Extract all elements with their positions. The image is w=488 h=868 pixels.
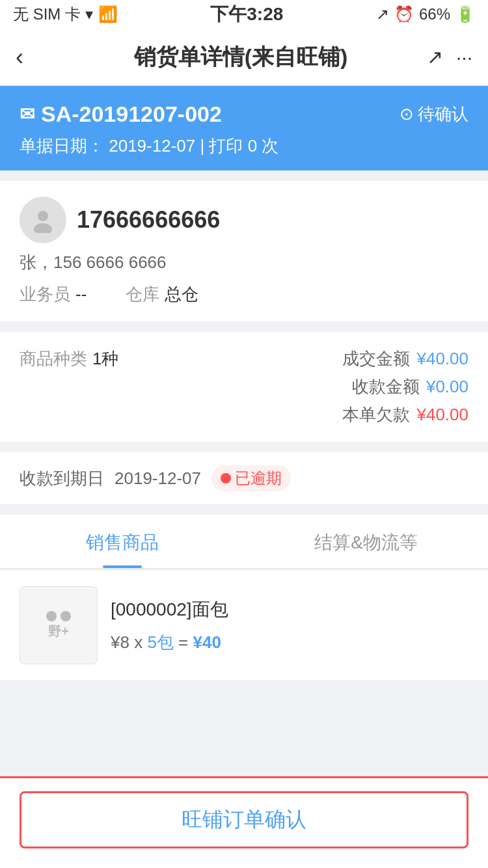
amount-label: 成交金额 — [342, 347, 410, 370]
owl-eye-right — [61, 611, 71, 621]
product-info: [0000002]面包 ¥8 x 5包 = ¥40 — [111, 597, 468, 654]
tab-settlement[interactable]: 结算&物流等 — [244, 515, 488, 568]
amount-item: 成交金额 ¥40.00 — [342, 347, 468, 370]
salesperson-item: 业务员 -- — [20, 283, 87, 306]
product-item: 野+ [0000002]面包 ¥8 x 5包 = ¥40 — [0, 571, 488, 680]
owed-label: 本单欠款 — [342, 403, 410, 426]
warehouse-item: 仓库 总仓 — [126, 283, 198, 306]
battery-level: 66% — [419, 5, 450, 23]
avatar — [20, 197, 66, 243]
customer-card: 17666666666 张，156 6666 6666 业务员 -- 仓库 总仓 — [0, 181, 488, 321]
battery-icon: 🔋 — [455, 5, 475, 23]
share-icon[interactable]: ↗ — [427, 46, 443, 68]
nav-actions: ↗ ··· — [427, 46, 472, 68]
status-right: ↗ ⏰ 66% 🔋 — [376, 5, 475, 23]
date-label: 单据日期： — [20, 136, 104, 156]
order-icon: ✉ — [20, 103, 34, 125]
category-info: 商品种类 1种 — [20, 347, 118, 370]
salesperson-label: 业务员 — [20, 283, 70, 306]
quantity: 5包 — [147, 632, 173, 652]
due-label: 收款到期日 — [20, 467, 104, 490]
time-display: 下午3:28 — [210, 2, 283, 27]
order-number: ✉ SA-20191207-002 — [20, 102, 222, 127]
wifi-icon: 📶 — [98, 5, 118, 23]
nav-bar: ‹ 销货单详情(来自旺铺) ↗ ··· — [0, 29, 488, 86]
warehouse-label: 仓库 — [126, 283, 159, 306]
summary-row: 商品种类 1种 成交金额 ¥40.00 收款金额 ¥0.00 本单欠款 ¥40.… — [20, 347, 468, 426]
order-header-top: ✉ SA-20191207-002 ⊙ 待确认 — [20, 102, 468, 127]
owed-item: 本单欠款 ¥40.00 — [342, 403, 468, 426]
owl-text: 野+ — [48, 623, 69, 640]
meta-row: 业务员 -- 仓库 总仓 — [20, 283, 468, 306]
overdue-badge: 已逾期 — [211, 465, 291, 491]
received-label: 收款金额 — [352, 375, 420, 398]
amount-value: ¥40.00 — [416, 349, 468, 369]
category-label: 商品种类 — [20, 347, 87, 370]
svg-point-0 — [38, 211, 48, 221]
status-label: 待确认 — [418, 103, 468, 126]
total-price: ¥40 — [193, 632, 221, 652]
overdue-dot-icon — [221, 473, 231, 483]
tab-products[interactable]: 销售商品 — [0, 515, 244, 568]
alarm-icon: ⏰ — [394, 5, 414, 23]
owed-value: ¥40.00 — [416, 405, 468, 425]
page-title: 销货单详情(来自旺铺) — [134, 42, 348, 72]
order-date-value: 2019-12-07 — [109, 136, 195, 156]
overdue-text: 已逾期 — [235, 468, 282, 489]
salesperson-value: -- — [75, 284, 87, 305]
customer-row: 17666666666 — [20, 197, 468, 243]
tab-settlement-label: 结算&物流等 — [314, 532, 418, 552]
warehouse-value: 总仓 — [165, 283, 198, 306]
unit-price: ¥8 — [111, 632, 129, 652]
received-value: ¥0.00 — [426, 377, 468, 397]
tab-products-label: 销售商品 — [86, 532, 159, 552]
product-thumbnail: 野+ — [20, 586, 98, 664]
multiply-sign: x — [134, 632, 147, 652]
customer-phone: 17666666666 — [77, 206, 220, 234]
owl-eyes — [46, 611, 71, 621]
order-id: SA-20191207-002 — [41, 102, 222, 127]
status-clock-icon: ⊙ — [400, 104, 414, 124]
location-icon: ↗ — [376, 5, 389, 23]
more-icon[interactable]: ··· — [456, 46, 472, 68]
product-title: 面包 — [192, 599, 228, 619]
due-date-card: 收款到期日 2019-12-07 已逾期 — [0, 452, 488, 504]
print-info: | 打印 0 次 — [200, 136, 278, 156]
order-header: ✉ SA-20191207-002 ⊙ 待确认 单据日期： 2019-12-07… — [0, 86, 488, 170]
status-left: 无 SIM 卡 ▾ 📶 — [13, 4, 118, 25]
customer-name-detail: 张，156 6666 6666 — [20, 251, 468, 274]
product-price-row: ¥8 x 5包 = ¥40 — [111, 631, 468, 654]
owl-eye-left — [46, 611, 57, 621]
category-value: 1种 — [92, 347, 118, 370]
svg-point-1 — [34, 223, 52, 233]
confirm-btn-label: 旺铺订单确认 — [182, 806, 306, 834]
bottom-bar: 旺铺订单确认 — [0, 776, 488, 868]
order-date-row: 单据日期： 2019-12-07 | 打印 0 次 — [20, 135, 468, 157]
due-date-value: 2019-12-07 — [115, 468, 201, 489]
status-bar: 无 SIM 卡 ▾ 📶 下午3:28 ↗ ⏰ 66% 🔋 — [0, 0, 488, 29]
order-status: ⊙ 待确认 — [400, 103, 468, 126]
received-item: 收款金额 ¥0.00 — [352, 375, 468, 398]
product-name: [0000002]面包 — [111, 597, 468, 622]
amounts-right: 成交金额 ¥40.00 收款金额 ¥0.00 本单欠款 ¥40.00 — [342, 347, 468, 426]
back-button[interactable]: ‹ — [16, 44, 55, 71]
equals-sign: = — [178, 632, 193, 652]
confirm-order-button[interactable]: 旺铺订单确认 — [20, 791, 468, 848]
sim-status: 无 SIM 卡 ▾ — [13, 4, 93, 25]
product-code: [0000002] — [111, 599, 192, 619]
tabs-bar: 销售商品 结算&物流等 — [0, 515, 488, 569]
brand-logo: 野+ — [46, 611, 71, 640]
summary-card: 商品种类 1种 成交金额 ¥40.00 收款金额 ¥0.00 本单欠款 ¥40.… — [0, 332, 488, 442]
